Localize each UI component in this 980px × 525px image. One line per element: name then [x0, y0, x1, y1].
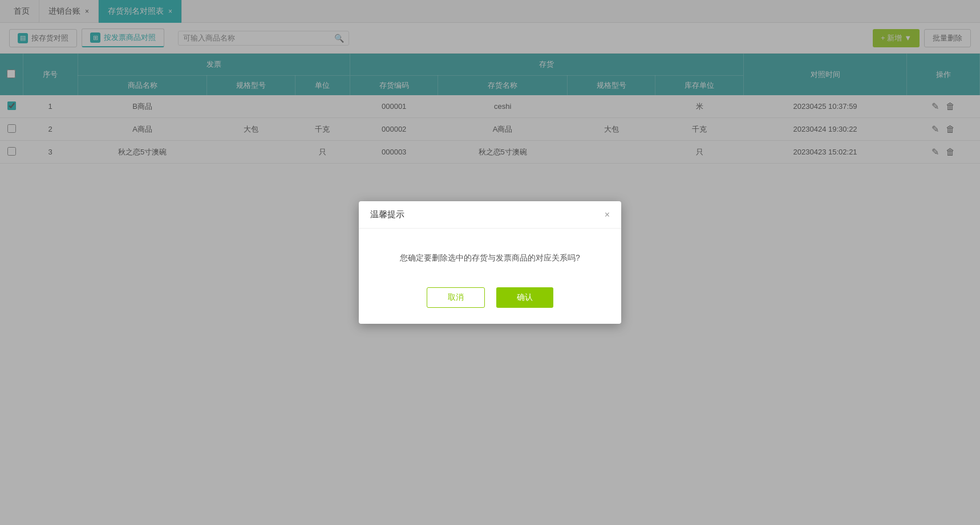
dialog-title: 温馨提示	[370, 209, 404, 220]
dialog-footer: 取消 确认	[359, 282, 621, 324]
dialog-close-button[interactable]: ×	[605, 210, 610, 220]
cancel-button[interactable]: 取消	[427, 287, 485, 308]
dialog-body: 您确定要删除选中的存货与发票商品的对应关系吗?	[359, 229, 621, 281]
confirm-button[interactable]: 确认	[496, 287, 553, 308]
dialog-message: 您确定要删除选中的存货与发票商品的对应关系吗?	[400, 253, 580, 262]
overlay: 温馨提示 × 您确定要删除选中的存货与发票商品的对应关系吗? 取消 确认	[0, 0, 980, 525]
dialog: 温馨提示 × 您确定要删除选中的存货与发票商品的对应关系吗? 取消 确认	[359, 201, 621, 323]
dialog-header: 温馨提示 ×	[359, 201, 621, 229]
